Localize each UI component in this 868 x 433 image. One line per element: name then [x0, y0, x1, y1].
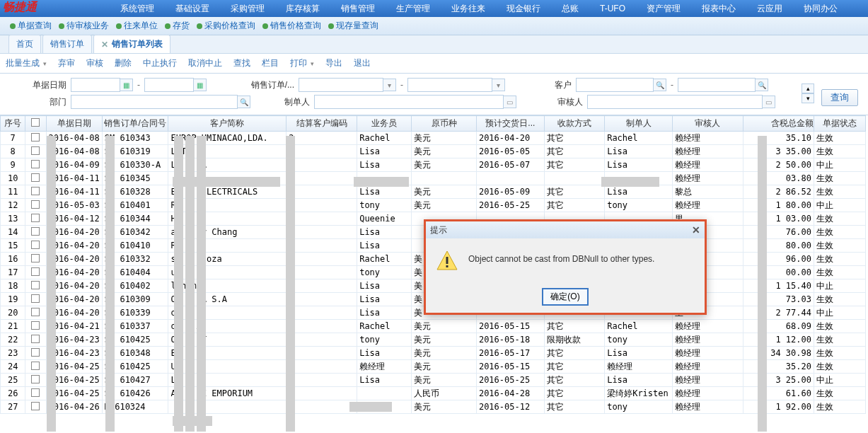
cell-check[interactable]	[25, 226, 46, 239]
nav-prod[interactable]: 生产管理	[396, 3, 430, 15]
cell-check[interactable]	[25, 158, 46, 172]
col-pay[interactable]: 收款方式	[544, 116, 604, 132]
tab-sales-order[interactable]: 销售订单	[42, 35, 92, 53]
tab-home[interactable]: 首页	[8, 35, 41, 53]
search-icon[interactable]: 🔍	[238, 96, 250, 108]
cell-check[interactable]	[25, 347, 46, 360]
calendar-icon[interactable]: ▦	[120, 79, 133, 91]
nav-biz[interactable]: 业务往来	[451, 3, 485, 15]
cell-check[interactable]	[25, 239, 46, 253]
nav-oa[interactable]: 协同办公	[804, 3, 838, 15]
btn-export[interactable]: 导出	[325, 57, 342, 69]
spin-down-icon[interactable]: ▾	[802, 93, 814, 103]
col-status[interactable]: 单据状态	[814, 116, 865, 132]
inp-date-to[interactable]	[144, 78, 194, 92]
inp-dept[interactable]	[71, 95, 238, 109]
cell-check[interactable]	[25, 400, 46, 414]
table-row[interactable]: 102016-04-11SM 610345 4赖经理 03.80生效	[1, 172, 866, 185]
btn-print[interactable]: 打印	[290, 57, 314, 69]
table-row[interactable]: 232016-04-23SM 610348EN 9Lisa美元2016-05-1…	[1, 347, 866, 360]
dropdown-icon[interactable]: ▾	[492, 79, 505, 91]
inp-order-to[interactable]	[407, 78, 492, 92]
cell-check[interactable]	[25, 199, 46, 212]
dropdown-icon[interactable]: ▾	[383, 79, 396, 91]
col-order[interactable]: 销售订单/合同号	[102, 116, 168, 132]
table-row[interactable]: 122016-05-03SM 610401RA E P 1tony美元2016-…	[1, 199, 866, 212]
table-row[interactable]: 92016-04-09SM 610330-AL- R DA 0Lisa美元201…	[1, 158, 866, 172]
col-maker[interactable]: 制单人	[605, 116, 673, 132]
col-deliv[interactable]: 预计交货日...	[476, 116, 544, 132]
nav-sales[interactable]: 销售管理	[341, 3, 375, 15]
btn-cancel-stop[interactable]: 取消中止	[188, 57, 222, 69]
inp-order-from[interactable]	[299, 78, 383, 92]
close-icon[interactable]: ✕	[101, 40, 108, 50]
lookup-icon[interactable]: ▭	[763, 96, 775, 108]
table-row[interactable]: 242016-04-25SM 610425UD G L 4赖经理美元2016-0…	[1, 360, 866, 374]
calendar-icon[interactable]: ▦	[194, 79, 207, 91]
table-row[interactable]: 252016-04-25SM 610427LO T 6Lisa美元2016-05…	[1, 374, 866, 387]
qn-purchase-price[interactable]: 采购价格查询	[197, 20, 255, 32]
btn-columns[interactable]: 栏目	[262, 57, 279, 69]
cell-check[interactable]	[25, 185, 46, 199]
nav-cloud[interactable]: 云应用	[757, 3, 782, 15]
table-row[interactable]: 212016-04-21SM 610337on - X 0Rachel美元201…	[1, 320, 866, 333]
close-icon[interactable]: ✕	[692, 224, 700, 236]
inp-auditor[interactable]	[587, 95, 763, 109]
cell-check[interactable]	[25, 374, 46, 387]
table-row[interactable]: 272016-04-26 M1610324 1tony美元2016-05-12其…	[1, 400, 866, 414]
cell-check[interactable]	[25, 145, 46, 158]
nav-purchase[interactable]: 采购管理	[231, 3, 265, 15]
nav-asset[interactable]: 资产管理	[647, 3, 681, 15]
qn-stock-qty[interactable]: 现存量查询	[328, 20, 378, 32]
table-row[interactable]: 112016-04-11SM 610328EN R L LECTRICALS 6…	[1, 185, 866, 199]
lookup-icon[interactable]: ▭	[504, 96, 516, 108]
col-cust[interactable]: 客户简称	[168, 116, 287, 132]
table-row[interactable]: 72016-04-08SM 610343EUROP UMINACAO,LDA. …	[1, 132, 866, 145]
nav-base[interactable]: 基础设置	[175, 3, 209, 15]
btn-exit[interactable]: 退出	[354, 57, 371, 69]
cell-check[interactable]	[25, 387, 46, 400]
cell-check[interactable]	[25, 360, 46, 374]
tab-sales-order-list[interactable]: ✕销售订单列表	[93, 35, 170, 53]
cell-check[interactable]	[25, 253, 46, 266]
cell-check[interactable]	[25, 293, 46, 306]
search-icon[interactable]: 🔍	[756, 79, 768, 91]
cell-check[interactable]	[25, 132, 46, 145]
inp-maker[interactable]	[314, 95, 504, 109]
spin-up-icon[interactable]: ▴	[802, 83, 814, 93]
cell-check[interactable]	[25, 172, 46, 185]
qn-inventory[interactable]: 存货	[165, 20, 190, 32]
cell-check[interactable]	[25, 212, 46, 226]
nav-gl[interactable]: 总账	[562, 3, 579, 15]
ok-button[interactable]: 确定(O)	[542, 288, 588, 306]
nav-sys[interactable]: 系统管理	[120, 3, 154, 15]
col-curr[interactable]: 原币种	[412, 116, 477, 132]
col-amt[interactable]: 含税总金额	[743, 116, 814, 132]
qn-doc-query[interactable]: 单据查询	[10, 20, 52, 32]
nav-report[interactable]: 报表中心	[702, 3, 736, 15]
col-date[interactable]: 单据日期	[46, 116, 102, 132]
table-row[interactable]: 262016-04-25SM 610426AE W RE EMPORIUM 9人…	[1, 387, 866, 400]
btn-query[interactable]: 查询	[821, 89, 858, 106]
btn-audit[interactable]: 审核	[86, 57, 103, 69]
inp-cust-to[interactable]	[678, 78, 756, 92]
nav-cash[interactable]: 现金银行	[507, 3, 540, 15]
cell-check[interactable]	[25, 333, 46, 347]
search-icon[interactable]: 🔍	[654, 79, 666, 91]
col-seq[interactable]: 序号	[1, 116, 25, 132]
qn-partner[interactable]: 往来单位	[116, 20, 158, 32]
cell-check[interactable]	[25, 266, 46, 279]
cell-check[interactable]	[25, 306, 46, 320]
nav-stock[interactable]: 库存核算	[286, 3, 320, 15]
btn-abandon-audit[interactable]: 弃审	[58, 57, 75, 69]
col-sales[interactable]: 业务员	[357, 116, 412, 132]
col-check-all[interactable]	[25, 116, 46, 132]
btn-find[interactable]: 查找	[233, 57, 250, 69]
table-row[interactable]: 82016-04-08SM 610319LOT 6Lisa美元2016-05-0…	[1, 145, 866, 158]
qn-pending[interactable]: 待审核业务	[59, 20, 109, 32]
col-code[interactable]: 结算客户编码	[287, 116, 357, 132]
table-row[interactable]: 222016-04-23SM 610425OM M RT 8tony美元2016…	[1, 333, 866, 347]
col-auditor[interactable]: 审核人	[672, 116, 743, 132]
cell-check[interactable]	[25, 320, 46, 333]
btn-delete[interactable]: 删除	[115, 57, 132, 69]
